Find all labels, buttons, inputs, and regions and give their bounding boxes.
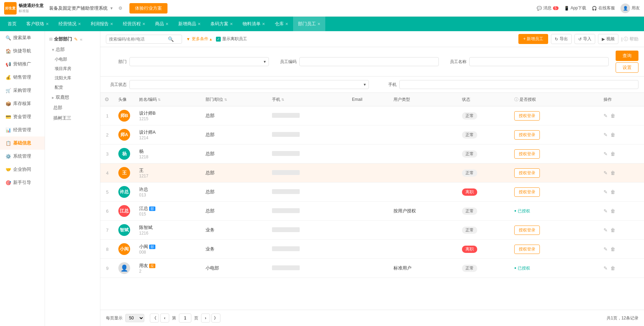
sidebar-item-search[interactable]: 🔍 搜索菜单: [0, 31, 45, 44]
more-filter-btn[interactable]: ▼ 更多条件 ▴: [186, 36, 212, 42]
emp-name-input[interactable]: [469, 57, 609, 66]
dept-node-zongbu2[interactable]: 总部: [45, 103, 100, 113]
col-avatar: 杨: [114, 144, 135, 164]
sidebar-item-system[interactable]: ⚙️ 系统管理: [0, 150, 45, 163]
page-number-input[interactable]: [179, 314, 191, 323]
sidebar-item-guide[interactable]: 🎯 新手引导: [0, 176, 45, 189]
dept-child-peihuo[interactable]: 配货: [45, 83, 100, 92]
nav-add-goods[interactable]: 新增商品 ✕: [173, 17, 206, 31]
th-gear[interactable]: ⚙: [100, 93, 114, 106]
edit-icon[interactable]: ✎: [604, 113, 608, 118]
delete-icon[interactable]: 🗑: [610, 132, 615, 138]
nav-department[interactable]: 部门员工 ✕: [293, 17, 325, 31]
col-name: 杨 1218: [135, 144, 201, 164]
user-menu[interactable]: 👤 用友: [620, 3, 640, 13]
delete-icon[interactable]: 🗑: [610, 208, 615, 214]
message-btn[interactable]: 💬 消息 5: [537, 5, 559, 11]
help-icon[interactable]: | ⓘ 帮助: [621, 36, 638, 42]
auth-login-btn[interactable]: 授权登录: [514, 187, 540, 197]
auth-login-btn[interactable]: 授权登录: [514, 130, 540, 140]
edit-icon[interactable]: ✎: [604, 265, 608, 271]
emp-status-select[interactable]: ▾: [129, 80, 369, 89]
next-page-btn[interactable]: ›: [201, 314, 210, 323]
sidebar-item-management[interactable]: 📊 经营管理: [0, 123, 45, 136]
th-phone[interactable]: 手机⇅: [268, 93, 348, 106]
dept-child-project[interactable]: 项目库房: [45, 64, 100, 73]
search-input-wrap[interactable]: 🔍: [106, 35, 182, 44]
add-employee-button[interactable]: + 新增员工: [518, 34, 548, 44]
sidebar-item-sales[interactable]: 💰 销售管理: [0, 71, 45, 84]
import-button[interactable]: ↺ 导入: [574, 34, 595, 44]
show-resigned-toggle[interactable]: ✓ 显示离职员工: [216, 36, 247, 42]
online-service-btn[interactable]: 🎧 在线客服: [592, 5, 615, 11]
th-dept[interactable]: 部门/职位⇅: [201, 93, 268, 106]
nav-operation[interactable]: 经营情况 ✕: [54, 17, 86, 31]
emp-code-input[interactable]: [299, 57, 439, 66]
col-dept: 小电部: [201, 259, 268, 278]
nav-warehouse[interactable]: 仓库 ✕: [270, 17, 293, 31]
trial-button[interactable]: 体验行业方案: [129, 3, 167, 14]
delete-icon[interactable]: 🗑: [610, 265, 615, 271]
show-resigned-checkbox[interactable]: ✓: [216, 37, 221, 42]
system-icon: ⚙️: [6, 154, 11, 159]
all-dept-label[interactable]: 全部部门: [54, 36, 72, 42]
delete-icon[interactable]: 🗑: [610, 189, 615, 195]
edit-icon[interactable]: ✎: [604, 170, 608, 176]
sidebar-item-marketing[interactable]: 📢 营销推广: [0, 58, 45, 71]
app-download-btn[interactable]: 📱 App下载: [564, 5, 586, 11]
settings-icon[interactable]: ⚙: [118, 6, 123, 11]
dept-select[interactable]: ▾: [129, 57, 269, 66]
edit-icon[interactable]: ✎: [604, 208, 608, 214]
search-submit-icon[interactable]: 🔍: [168, 36, 174, 42]
sidebar-item-nav[interactable]: 🏠 快捷导航: [0, 44, 45, 58]
nav-barcode[interactable]: 条码方案 ✕: [206, 17, 238, 31]
nav-home[interactable]: 首页: [3, 17, 21, 31]
first-page-btn[interactable]: 《: [150, 314, 159, 323]
set-button[interactable]: 设置: [616, 62, 638, 73]
delete-icon[interactable]: 🗑: [610, 113, 615, 118]
nav-profit[interactable]: 利润报告 ✕: [86, 17, 118, 31]
dept-node-shuanglu[interactable]: ▸ 双鹿想: [45, 92, 100, 103]
edit-icon[interactable]: ✎: [604, 227, 608, 233]
dept-collapse-icon[interactable]: «: [80, 37, 82, 42]
auth-login-btn[interactable]: 授权登录: [514, 226, 540, 235]
sidebar-item-inventory[interactable]: 📦 库存核算: [0, 97, 45, 110]
col-spacer: [586, 144, 599, 164]
auth-login-btn[interactable]: 授权登录: [514, 149, 540, 159]
th-name[interactable]: 姓名/编码⇅: [135, 93, 201, 106]
delete-icon[interactable]: 🗑: [610, 151, 615, 157]
delete-icon[interactable]: 🗑: [610, 227, 615, 233]
nav-bom[interactable]: 物料清单 ✕: [238, 17, 270, 31]
dept-child-xiaodian[interactable]: 小电部: [45, 55, 100, 64]
page-size-select[interactable]: 50 20 100: [125, 314, 144, 322]
edit-icon[interactable]: ✎: [604, 189, 608, 195]
sidebar-item-purchase[interactable]: 🛒 采购管理: [0, 84, 45, 97]
edit-icon[interactable]: ✎: [604, 151, 608, 157]
sidebar-item-finance[interactable]: 💳 资金管理: [0, 110, 45, 123]
auth-login-btn[interactable]: 授权登录: [514, 245, 540, 254]
last-page-btn[interactable]: 》: [211, 314, 220, 323]
dept-child-shenyang[interactable]: 沈阳大库: [45, 73, 100, 83]
system-dropdown-arrow[interactable]: ▾: [110, 6, 113, 11]
delete-icon[interactable]: 🗑: [610, 246, 615, 252]
nav-goods[interactable]: 商品 ✕: [150, 17, 173, 31]
prev-page-btn[interactable]: ‹: [160, 314, 169, 323]
dept-node-zongbu-parent[interactable]: ▾ 总部: [45, 44, 100, 55]
marketing-icon: 📢: [6, 62, 11, 67]
edit-icon[interactable]: ✎: [604, 246, 608, 252]
nav-history[interactable]: 经营历程 ✕: [118, 17, 150, 31]
auth-login-btn[interactable]: 授权登录: [514, 111, 540, 121]
dept-node-chushu[interactable]: 插树王三: [45, 113, 100, 123]
edit-icon[interactable]: ✎: [604, 132, 608, 138]
sidebar-item-collab[interactable]: 🤝 企业协同: [0, 163, 45, 176]
sidebar-item-basic[interactable]: 📋 基础信息: [0, 136, 45, 150]
delete-icon[interactable]: 🗑: [610, 170, 615, 176]
auth-login-btn[interactable]: 授权登录: [514, 168, 540, 178]
view-button[interactable]: ▶ 视频: [598, 34, 618, 44]
phone-input[interactable]: [399, 80, 639, 89]
query-button[interactable]: 查询: [616, 51, 638, 61]
nav-customer[interactable]: 客户联络 ✕: [21, 17, 54, 31]
search-input[interactable]: [109, 37, 168, 42]
export-button[interactable]: ↻ 导出: [551, 34, 572, 44]
dept-edit-icon[interactable]: ✎: [74, 37, 78, 42]
